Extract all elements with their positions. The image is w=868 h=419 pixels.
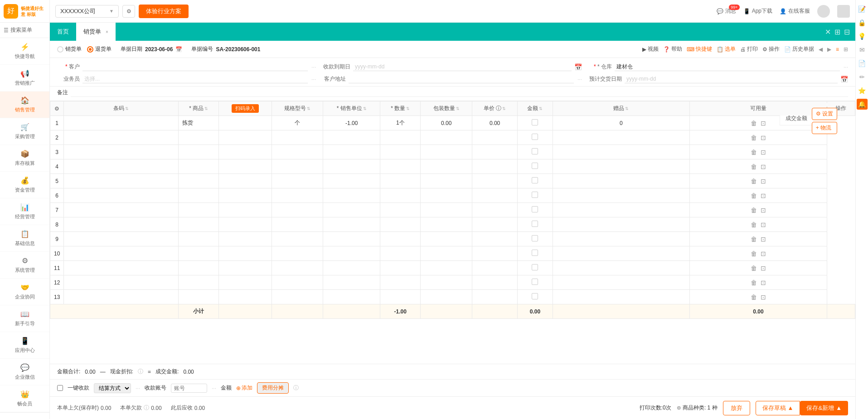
- row-gift-1[interactable]: [518, 116, 553, 130]
- save-draft-button[interactable]: 保存草稿 ▲: [756, 401, 800, 415]
- sidebar-item-sales[interactable]: 🏠 销售管理: [0, 92, 49, 118]
- addr-dots[interactable]: ···: [577, 76, 582, 82]
- customer-dots[interactable]: ···: [311, 64, 316, 70]
- row-gift-3[interactable]: [518, 145, 553, 159]
- row-gift-2[interactable]: [518, 130, 553, 145]
- row-qty-7[interactable]: [323, 203, 380, 217]
- row-price-3[interactable]: [421, 145, 472, 159]
- row-product-7[interactable]: [179, 203, 219, 217]
- row-qty-4[interactable]: [323, 159, 380, 174]
- method-dots[interactable]: ···: [136, 385, 140, 391]
- add-payment-button[interactable]: ⊕ 添加: [236, 384, 252, 392]
- row-gift-7[interactable]: [518, 203, 553, 217]
- right-icon-5[interactable]: 📄: [857, 58, 868, 69]
- row-qty-6[interactable]: [323, 188, 380, 203]
- salesman-input[interactable]: [82, 75, 308, 83]
- row-gift-12[interactable]: [518, 275, 553, 290]
- method-select[interactable]: 结算方式: [94, 383, 131, 393]
- row-barcode-2[interactable]: [64, 130, 179, 145]
- right-icon-1[interactable]: 📝: [857, 4, 868, 14]
- copy-icon[interactable]: ⊡: [761, 294, 766, 301]
- expected-date-input[interactable]: [625, 75, 838, 83]
- row-barcode-12[interactable]: [64, 275, 179, 290]
- sidebar-item-quicknav[interactable]: ⚡ 快捷导航: [0, 38, 49, 65]
- copy-icon[interactable]: ⊡: [761, 279, 766, 286]
- select-action[interactable]: 📋 选单: [717, 45, 736, 53]
- row-price-13[interactable]: [421, 290, 472, 304]
- sidebar-item-purchase[interactable]: 🛒 采购管理: [0, 118, 49, 145]
- expected-date-calendar-icon[interactable]: 📅: [840, 76, 848, 83]
- return-order-radio[interactable]: 退货单: [87, 45, 112, 53]
- warehouse-input[interactable]: [615, 63, 840, 71]
- copy-icon[interactable]: ⊡: [761, 149, 766, 156]
- row-spec-6[interactable]: [219, 188, 272, 203]
- row-product-11[interactable]: [179, 261, 219, 275]
- calendar-icon[interactable]: 📅: [175, 46, 182, 53]
- customer-input[interactable]: [82, 63, 308, 71]
- copy-icon[interactable]: ⊡: [761, 207, 766, 214]
- close-all-icon[interactable]: ✕: [825, 28, 831, 36]
- message-icon-item[interactable]: 💬 消息 99+: [717, 7, 736, 15]
- copy-icon[interactable]: ⊡: [761, 236, 766, 243]
- delete-icon[interactable]: 🗑: [751, 221, 757, 228]
- company-selector[interactable]: XXXXXX公司 ▼: [55, 5, 119, 18]
- row-gift-5[interactable]: [518, 174, 553, 188]
- copy-icon[interactable]: ⊡: [761, 265, 766, 272]
- row-barcode-9[interactable]: [64, 232, 179, 246]
- account-dots[interactable]: ···: [212, 385, 216, 391]
- copy-icon[interactable]: ⊡: [761, 178, 766, 185]
- due-date-input[interactable]: [353, 63, 572, 71]
- row-gift-13[interactable]: [518, 290, 553, 304]
- delete-icon[interactable]: 🗑: [751, 250, 757, 257]
- tab-home[interactable]: 首页: [50, 23, 76, 41]
- th-settings[interactable]: ⚙: [50, 101, 64, 116]
- save-new-button[interactable]: 保存&新增 ▲: [800, 401, 848, 415]
- row-spec-10[interactable]: [219, 246, 272, 261]
- row-qty-9[interactable]: [323, 232, 380, 246]
- delete-icon[interactable]: 🗑: [751, 279, 757, 286]
- sidebar-item-wechat[interactable]: 💬 企业微信: [0, 359, 49, 385]
- copy-icon[interactable]: ⊡: [761, 192, 766, 199]
- help-circle-icon[interactable]: ⓘ: [138, 368, 143, 376]
- row-qty-10[interactable]: [323, 246, 380, 261]
- sidebar-item-system[interactable]: ⚙ 系统管理: [0, 252, 49, 279]
- delete-icon[interactable]: 🗑: [751, 149, 757, 156]
- delete-icon[interactable]: 🗑: [751, 265, 757, 272]
- salesman-dots[interactable]: ···: [311, 76, 316, 82]
- row-spec-2[interactable]: [219, 130, 272, 145]
- delete-icon[interactable]: 🗑: [751, 120, 757, 127]
- row-spec-13[interactable]: [219, 290, 272, 304]
- row-gift-6[interactable]: [518, 188, 553, 203]
- history-action[interactable]: 📄 历史单据: [784, 45, 814, 53]
- help-action[interactable]: ❓ 帮助: [663, 45, 682, 53]
- user-avatar[interactable]: [817, 5, 830, 18]
- delete-icon[interactable]: 🗑: [751, 163, 757, 170]
- note-input[interactable]: [71, 88, 848, 97]
- row-barcode-1[interactable]: [64, 116, 179, 130]
- sidebar-item-cooperation[interactable]: 🤝 企业协同: [0, 279, 49, 305]
- row-barcode-11[interactable]: [64, 261, 179, 275]
- delete-icon[interactable]: 🗑: [751, 178, 757, 185]
- row-barcode-6[interactable]: [64, 188, 179, 203]
- row-gift-11[interactable]: [518, 261, 553, 275]
- tab-grid-icon[interactable]: ⊞: [834, 28, 840, 36]
- shortcut-action[interactable]: ⌨ 快捷键: [687, 45, 712, 53]
- delete-icon[interactable]: 🗑: [751, 207, 757, 214]
- row-product-13[interactable]: [179, 290, 219, 304]
- account-input[interactable]: [171, 384, 207, 393]
- right-icon-2[interactable]: 🔒: [857, 17, 868, 28]
- next-icon[interactable]: ▶: [827, 46, 831, 53]
- row-price-2[interactable]: [421, 130, 472, 145]
- row-price-11[interactable]: [421, 261, 472, 275]
- customer-addr-input[interactable]: [349, 75, 574, 83]
- row-product-12[interactable]: [179, 275, 219, 290]
- row-qty-1[interactable]: -1.00: [323, 116, 380, 130]
- right-icon-3[interactable]: 💡: [857, 31, 868, 42]
- right-icon-8[interactable]: 🔔: [857, 99, 868, 110]
- list-view-icon[interactable]: ≡: [836, 46, 839, 53]
- operate-action[interactable]: ⚙ 操作: [762, 45, 780, 53]
- row-barcode-8[interactable]: [64, 217, 179, 232]
- row-product-5[interactable]: [179, 174, 219, 188]
- right-icon-7[interactable]: ⭐: [857, 85, 868, 96]
- row-price-7[interactable]: [421, 203, 472, 217]
